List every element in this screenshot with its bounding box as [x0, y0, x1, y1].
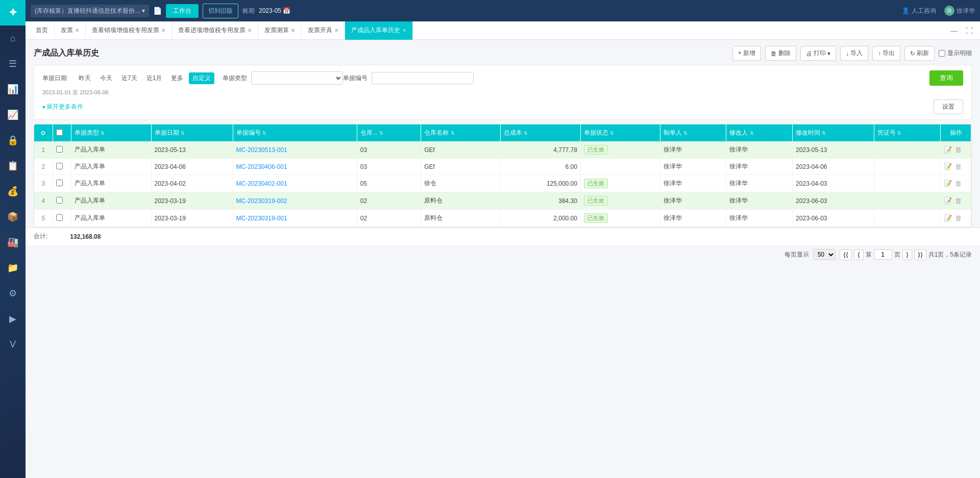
- sidebar-item-analysis[interactable]: 📈: [0, 102, 26, 128]
- delete-row-icon[interactable]: 🗑: [955, 214, 962, 222]
- sidebar-item-report[interactable]: 📊: [0, 77, 26, 102]
- export-button[interactable]: ↑ 导出: [872, 46, 900, 61]
- edit-icon[interactable]: 📝: [944, 163, 952, 170]
- row-checkbox[interactable]: [56, 214, 63, 221]
- delete-row-icon[interactable]: 🗑: [955, 197, 962, 205]
- doc-icon[interactable]: 📄: [153, 7, 162, 15]
- row-checkbox-cell[interactable]: [53, 175, 71, 192]
- show-detail-checkbox-label[interactable]: 显示明细: [939, 49, 972, 58]
- workbench-button[interactable]: 工作台: [166, 4, 199, 18]
- first-page-btn[interactable]: ⟨⟨: [840, 249, 852, 260]
- delete-row-icon[interactable]: 🗑: [955, 146, 962, 154]
- new-button[interactable]: + 新增: [732, 46, 761, 61]
- sidebar-item-home[interactable]: ⌂: [0, 26, 26, 51]
- company-selector[interactable]: (库存核算）直播轻抖通信息技术股份... ▾: [31, 5, 149, 17]
- row-number[interactable]: MC-20230406-001: [233, 159, 357, 175]
- import-button[interactable]: ↓ 导入: [840, 46, 868, 61]
- th-type[interactable]: 单据类型 ⇅: [71, 124, 151, 141]
- th-warehouse-code[interactable]: 仓库... ⇅: [357, 124, 421, 141]
- tab-purchase-vat-close[interactable]: ✕: [248, 28, 252, 33]
- delete-row-icon[interactable]: 🗑: [955, 180, 962, 187]
- select-all-checkbox[interactable]: [56, 129, 63, 136]
- sidebar-item-document[interactable]: 📋: [0, 153, 26, 179]
- th-number[interactable]: 单据编号 ⇅: [233, 124, 357, 141]
- delete-button[interactable]: 🗑 删除: [765, 46, 796, 61]
- sidebar-item-settings[interactable]: ⚙: [0, 281, 26, 306]
- edit-icon[interactable]: 📝: [944, 180, 952, 187]
- expand-conditions-btn[interactable]: ▾ 展开更多条件: [42, 103, 83, 111]
- row-checkbox-cell[interactable]: [53, 141, 71, 159]
- tab-sales-vat-close[interactable]: ✕: [161, 28, 165, 33]
- print-button[interactable]: 🖨 打印 ▾: [800, 46, 836, 61]
- row-checkbox[interactable]: [56, 197, 63, 204]
- th-creator[interactable]: 制单人 ⇅: [660, 124, 726, 141]
- today-btn[interactable]: 今天: [96, 72, 116, 84]
- row-number-link[interactable]: MC-20230513-001: [236, 146, 287, 154]
- sidebar-item-production[interactable]: 🏭: [0, 230, 26, 255]
- support-link[interactable]: 👤 人工咨询: [902, 7, 936, 15]
- tab-open-close[interactable]: ✕: [334, 28, 338, 33]
- refresh-button[interactable]: ↻ 刷新: [904, 46, 935, 61]
- minimize-button[interactable]: —: [947, 24, 961, 37]
- tab-home[interactable]: 首页: [30, 21, 55, 40]
- per-page-select[interactable]: 50: [813, 249, 836, 260]
- maximize-button[interactable]: ⛶: [963, 24, 976, 37]
- th-total-cost[interactable]: 总成本 ⇅: [500, 124, 580, 141]
- edit-icon[interactable]: 📝: [944, 197, 952, 205]
- sidebar-item-inventory[interactable]: 📦: [0, 204, 26, 230]
- tab-history[interactable]: 产成品入库单历史 ✕: [345, 21, 413, 40]
- period-selector[interactable]: 2023-05 📅: [259, 7, 290, 14]
- edit-icon[interactable]: 📝: [944, 214, 952, 222]
- tab-purchase-vat[interactable]: 查看进项增值税专用发票 ✕: [172, 21, 258, 40]
- th-date[interactable]: 单据日期 ⇅: [151, 124, 233, 141]
- tab-sales-vat[interactable]: 查看销项增值税专用发票 ✕: [86, 21, 172, 40]
- custom-btn[interactable]: 自定义: [189, 72, 214, 84]
- sidebar-item-menu[interactable]: ☰: [0, 51, 26, 77]
- th-modify-time[interactable]: 修改时间 ⇅: [793, 124, 874, 141]
- row-number-link[interactable]: MC-20230402-001: [236, 180, 287, 187]
- more-btn[interactable]: 更多: [167, 72, 187, 84]
- tab-open[interactable]: 发票开具 ✕: [302, 21, 345, 40]
- row-checkbox[interactable]: [56, 163, 63, 169]
- row-number[interactable]: MC-20230319-002: [233, 192, 357, 210]
- app-logo[interactable]: ✦: [0, 0, 26, 26]
- row-checkbox[interactable]: [56, 180, 63, 186]
- row-checkbox-cell[interactable]: [53, 159, 71, 175]
- type-filter-select[interactable]: [251, 71, 343, 85]
- sidebar-item-lock[interactable]: 🔒: [0, 128, 26, 153]
- sidebar-item-finance[interactable]: 💰: [0, 179, 26, 204]
- number-filter-input[interactable]: [372, 72, 474, 84]
- month-btn[interactable]: 近1月: [143, 72, 166, 84]
- th-status[interactable]: 单据状态 ⇅: [580, 124, 660, 141]
- user-menu[interactable]: 徐 徐泽华: [944, 6, 975, 16]
- sidebar-item-play[interactable]: ▶: [0, 306, 26, 332]
- query-button[interactable]: 查询: [929, 70, 963, 86]
- prev-page-btn[interactable]: ⟨: [854, 249, 864, 260]
- row-checkbox-cell[interactable]: [53, 192, 71, 210]
- row-number[interactable]: MC-20230513-001: [233, 141, 357, 159]
- sidebar-item-v[interactable]: V: [0, 332, 26, 357]
- th-settings[interactable]: ⚙: [34, 124, 53, 141]
- row-number[interactable]: MC-20230402-001: [233, 175, 357, 192]
- tab-history-close[interactable]: ✕: [402, 28, 406, 33]
- tab-invoice[interactable]: 发票 ✕: [55, 21, 86, 40]
- yesterday-btn[interactable]: 昨天: [75, 72, 94, 84]
- th-warehouse-name[interactable]: 仓库名称 ⇅: [421, 124, 501, 141]
- th-checkbox[interactable]: [53, 124, 71, 141]
- row-number-link[interactable]: MC-20230319-002: [236, 197, 287, 205]
- switch-version-button[interactable]: 切到旧版: [203, 4, 238, 18]
- last-page-btn[interactable]: ⟩⟩: [914, 249, 926, 260]
- th-modifier[interactable]: 修改人 ⇅: [726, 124, 793, 141]
- edit-icon[interactable]: 📝: [944, 146, 952, 154]
- row-number-link[interactable]: MC-20230319-001: [236, 215, 287, 222]
- tab-calc-close[interactable]: ✕: [291, 28, 295, 33]
- row-checkbox-cell[interactable]: [53, 210, 71, 227]
- sidebar-item-files[interactable]: 📁: [0, 255, 26, 281]
- row-number-link[interactable]: MC-20230406-001: [236, 163, 287, 170]
- setting-button[interactable]: 设置: [934, 99, 963, 114]
- page-input[interactable]: [874, 249, 892, 260]
- delete-row-icon[interactable]: 🗑: [955, 163, 962, 170]
- next-page-btn[interactable]: ⟩: [902, 249, 912, 260]
- tab-invoice-close[interactable]: ✕: [75, 28, 79, 33]
- show-detail-checkbox[interactable]: [939, 50, 945, 57]
